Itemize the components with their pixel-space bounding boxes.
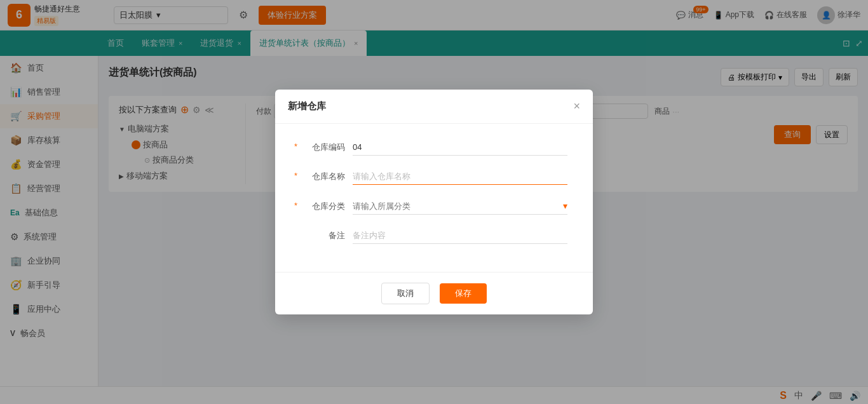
modal-footer: 取消 保存 <box>275 272 593 314</box>
modal-close-button[interactable]: × <box>573 100 580 113</box>
warehouse-code-label: 仓库编码 <box>301 142 345 153</box>
save-button[interactable]: 保存 <box>440 283 487 304</box>
warehouse-remark-row: 备注 <box>301 227 567 244</box>
cancel-button[interactable]: 取消 <box>381 283 430 304</box>
modal-overlay[interactable]: 新增仓库 × 仓库编码 仓库名称 仓库分类 ▾ <box>0 0 868 404</box>
warehouse-name-label: 仓库名称 <box>301 171 345 182</box>
category-dropdown-icon: ▾ <box>563 201 567 211</box>
warehouse-category-label: 仓库分类 <box>301 201 345 212</box>
warehouse-category-input[interactable] <box>353 201 563 211</box>
modal-body: 仓库编码 仓库名称 仓库分类 ▾ 备注 <box>275 124 593 272</box>
warehouse-remark-label: 备注 <box>301 230 345 241</box>
warehouse-code-input[interactable] <box>353 139 567 156</box>
modal-header: 新增仓库 × <box>275 90 593 124</box>
modal-title: 新增仓库 <box>288 100 326 112</box>
warehouse-name-input[interactable] <box>353 168 567 185</box>
new-warehouse-modal: 新增仓库 × 仓库编码 仓库名称 仓库分类 ▾ <box>275 90 593 314</box>
warehouse-name-row: 仓库名称 <box>301 168 567 185</box>
warehouse-code-row: 仓库编码 <box>301 139 567 156</box>
warehouse-remark-input[interactable] <box>353 227 567 244</box>
warehouse-category-row: 仓库分类 ▾ <box>301 198 567 215</box>
warehouse-category-select-wrap[interactable]: ▾ <box>353 198 567 215</box>
